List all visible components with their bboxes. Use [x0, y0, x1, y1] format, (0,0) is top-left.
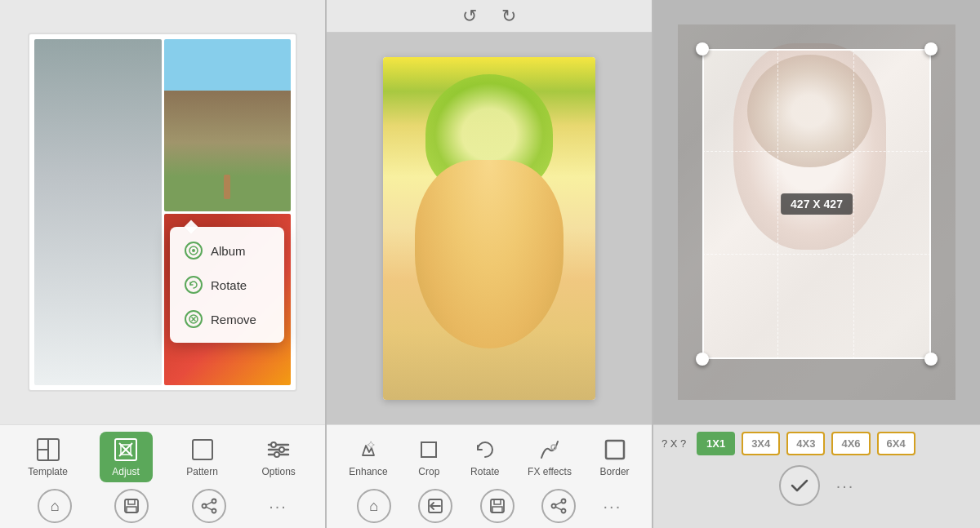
tab-pattern[interactable]: Pattern	[176, 432, 229, 482]
svg-point-21	[212, 499, 216, 504]
crop-container: 427 X 427	[678, 24, 956, 400]
options-icon	[265, 437, 292, 463]
mid-back-button[interactable]	[418, 489, 452, 523]
dim-left	[678, 49, 702, 359]
mid-tab-rotate[interactable]: Rotate	[464, 432, 506, 482]
svg-rect-28	[606, 441, 624, 459]
album-icon	[185, 242, 203, 260]
mid-bottom-toolbar: Enhance Crop Rotate	[327, 424, 652, 528]
ratio-unknown-label: ? X ?	[662, 437, 690, 450]
remove-icon	[185, 310, 203, 328]
svg-rect-19	[128, 499, 135, 504]
mid-tab-rotate-label: Rotate	[470, 466, 499, 477]
crop-handle-tr[interactable]	[924, 42, 938, 55]
mid-tab-border-label: Border	[600, 466, 630, 477]
svg-point-33	[562, 499, 566, 504]
photo-cell-road[interactable]	[164, 39, 292, 211]
mid-tab-fx[interactable]: FX effects	[521, 432, 578, 482]
remove-label: Remove	[211, 313, 256, 326]
fx-icon	[537, 437, 563, 463]
svg-point-16	[279, 447, 284, 452]
tab-options[interactable]: Options	[252, 432, 305, 482]
crop-handle-bl[interactable]	[696, 353, 709, 366]
size-label: 427 X 427	[781, 193, 853, 215]
portrait-frame	[383, 57, 595, 400]
ratio-4x6[interactable]: 4X6	[831, 432, 870, 455]
right-panel: 427 X 427 ? X ? 1X1 3X4 4X3 4X6 6X4 ···	[653, 0, 980, 528]
confirm-button[interactable]	[779, 465, 820, 506]
menu-item-album[interactable]: Album	[170, 233, 284, 268]
undo-button[interactable]: ↺	[462, 6, 477, 27]
crop-handle-tl[interactable]	[696, 42, 709, 55]
svg-rect-32	[492, 507, 502, 512]
mid-top-bar: ↺ ↻	[327, 0, 652, 33]
ratio-6x4[interactable]: 6X4	[877, 432, 915, 455]
tab-pattern-label: Pattern	[186, 466, 218, 477]
right-bottom-toolbar: ? X ? 1X1 3X4 4X3 4X6 6X4 ···	[653, 424, 980, 528]
more-button[interactable]: ···	[269, 497, 287, 516]
crop-handle-br[interactable]	[924, 353, 938, 366]
tab-adjust-label: Adjust	[112, 466, 139, 477]
svg-line-24	[206, 502, 212, 505]
save-button[interactable]	[114, 489, 149, 523]
share-button[interactable]	[192, 489, 226, 523]
grid-v2	[853, 49, 854, 359]
mid-more-button[interactable]: ···	[604, 497, 622, 516]
border-icon	[602, 437, 628, 463]
ratio-4x3[interactable]: 4X3	[786, 432, 825, 455]
ratio-1x1[interactable]: 1X1	[697, 432, 735, 455]
svg-point-34	[562, 509, 566, 513]
svg-line-37	[555, 507, 561, 510]
crop-inner-box: 427 X 427	[702, 49, 931, 359]
mid-canvas	[327, 33, 652, 424]
mid-save-button[interactable]	[480, 489, 514, 523]
mid-tab-fx-label: FX effects	[528, 466, 572, 477]
collage-canvas: Album Rotate	[0, 0, 325, 424]
svg-rect-20	[127, 507, 136, 512]
toolbar-tabs: Template Adjust	[0, 425, 325, 486]
template-icon	[35, 437, 61, 463]
svg-rect-26	[421, 442, 436, 457]
adjust-icon	[113, 437, 139, 463]
mid-tab-border[interactable]: Border	[594, 432, 636, 482]
enhance-icon	[355, 437, 381, 463]
mid-panel: ↺ ↻ Enhance	[327, 0, 653, 528]
left-bottom-toolbar: Template Adjust	[0, 424, 325, 528]
home-button[interactable]: ⌂	[38, 489, 72, 523]
photo-cell-boy[interactable]	[34, 39, 162, 385]
rotate-tool-icon	[472, 437, 498, 463]
rotate-label: Rotate	[211, 278, 247, 292]
mid-tab-enhance[interactable]: Enhance	[342, 432, 394, 482]
mid-action-buttons: ⌂	[327, 486, 652, 528]
right-canvas: 427 X 427	[653, 0, 980, 424]
tab-adjust[interactable]: Adjust	[100, 432, 153, 482]
svg-line-25	[206, 507, 212, 510]
left-action-buttons: ⌂ ···	[0, 486, 325, 528]
mid-tab-crop-label: Crop	[418, 466, 439, 477]
rotate-icon	[185, 276, 203, 294]
svg-point-17	[274, 452, 279, 457]
redo-button[interactable]: ↻	[501, 6, 516, 27]
dim-top	[678, 24, 956, 49]
left-panel: Album Rotate	[0, 0, 327, 528]
mid-tab-crop[interactable]: Crop	[409, 432, 448, 482]
ratio-3x4[interactable]: 3X4	[742, 432, 780, 455]
context-menu: Album Rotate	[170, 227, 284, 343]
mid-share-button[interactable]	[541, 489, 576, 523]
menu-item-rotate[interactable]: Rotate	[170, 268, 284, 302]
svg-point-35	[552, 504, 556, 508]
svg-rect-10	[193, 440, 212, 459]
menu-item-remove[interactable]: Remove	[170, 302, 284, 336]
tab-template[interactable]: Template	[20, 432, 76, 482]
svg-point-15	[271, 442, 276, 447]
tab-template-label: Template	[28, 466, 68, 477]
grid-v1	[777, 49, 778, 359]
right-more-button[interactable]: ···	[836, 477, 855, 495]
ratio-selector: ? X ? 1X1 3X4 4X3 4X6 6X4	[653, 425, 980, 459]
svg-point-22	[212, 509, 216, 513]
mid-home-button[interactable]: ⌂	[357, 489, 391, 523]
svg-line-36	[555, 502, 561, 505]
right-action-buttons: ···	[653, 459, 980, 512]
pattern-icon	[189, 437, 216, 463]
dim-bottom	[678, 359, 956, 400]
